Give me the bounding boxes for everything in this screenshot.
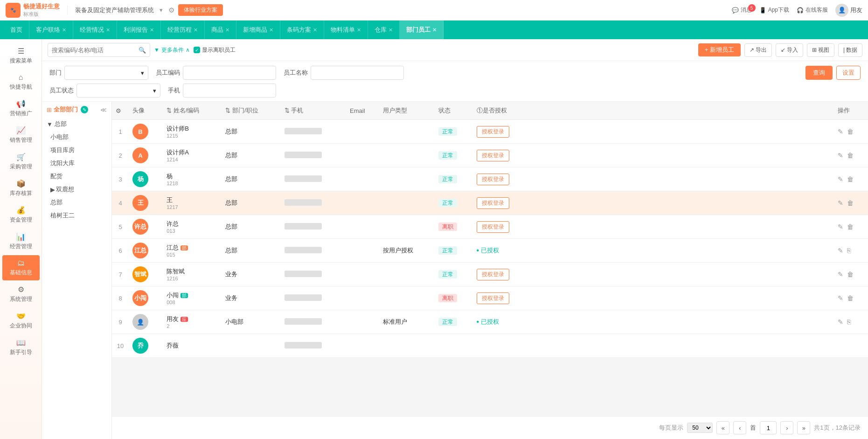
search-input-wrap[interactable]: 🔍 xyxy=(48,43,150,57)
tab-bom[interactable]: 物料清单 ✕ xyxy=(324,21,368,39)
nav-collab[interactable]: 🤝 企业协同 xyxy=(2,308,40,334)
close-icon[interactable]: ✕ xyxy=(106,27,110,33)
nav-basic-info[interactable]: 🗂 基础信息 xyxy=(2,255,40,280)
status-select[interactable]: ▾ xyxy=(76,84,160,98)
tab-customer[interactable]: 客户联络 ✕ xyxy=(29,21,73,39)
auth-btn[interactable]: 授权登录 xyxy=(477,174,509,185)
phone-input[interactable] xyxy=(183,84,276,98)
prev-page-btn[interactable]: ‹ xyxy=(733,421,746,434)
edit-icon[interactable]: ✎ xyxy=(838,247,843,254)
first-page-btn[interactable]: « xyxy=(716,421,729,434)
edit-icon[interactable]: ✎ xyxy=(838,223,843,230)
show-resigned-toggle[interactable]: ✓ 显示离职员工 xyxy=(194,46,236,54)
nav-quick-nav[interactable]: ⌂ 快捷导航 xyxy=(2,70,40,95)
tab-barcode[interactable]: 条码方案 ✕ xyxy=(280,21,324,39)
delete-icon[interactable]: 🗑 xyxy=(847,294,854,302)
delete-icon[interactable]: 🗑 xyxy=(847,128,854,135)
delete-icon[interactable]: 🗑 xyxy=(847,223,854,230)
nav-system[interactable]: ⚙ 系统管理 xyxy=(2,281,40,307)
close-icon[interactable]: ✕ xyxy=(357,27,361,33)
import-btn[interactable]: ↙ 导入 xyxy=(776,43,803,57)
edit-icon[interactable]: ✎ xyxy=(838,294,843,302)
experience-btn[interactable]: 体验行业方案 xyxy=(178,4,223,16)
tab-goods[interactable]: 商品 ✕ xyxy=(205,21,236,39)
dept-distribution[interactable]: 配货 xyxy=(42,170,111,183)
nav-finance[interactable]: 💰 资金管理 xyxy=(2,202,40,228)
edit-icon[interactable]: ✎ xyxy=(838,175,843,183)
dept-project[interactable]: 项目库房 xyxy=(42,144,111,157)
edit-icon[interactable]: ✎ xyxy=(838,271,843,278)
add-employee-btn[interactable]: + 新增员工 xyxy=(698,43,741,56)
close-icon[interactable]: ✕ xyxy=(269,27,273,33)
auth-btn[interactable]: 授权登录 xyxy=(477,197,509,209)
next-page-btn[interactable]: › xyxy=(780,421,793,434)
close-icon[interactable]: ✕ xyxy=(225,27,229,33)
nav-business[interactable]: 📊 经营管理 xyxy=(2,229,40,254)
dept-edit-icon[interactable]: ✎ xyxy=(81,106,88,113)
search-btn[interactable]: 查询 xyxy=(806,66,833,80)
search-input[interactable] xyxy=(52,47,139,54)
tab-add-goods[interactable]: 新增商品 ✕ xyxy=(236,21,280,39)
per-page-select[interactable]: 50 100 xyxy=(687,423,713,433)
nav-inventory[interactable]: 📦 库存核算 xyxy=(2,175,40,201)
copy-icon[interactable]: ⎘ xyxy=(847,247,851,254)
more-conditions-btn[interactable]: ▼ 更多条件 ∧ xyxy=(154,46,190,54)
nav-search-menu[interactable]: ☰ 搜索菜单 xyxy=(2,43,40,69)
col-phone[interactable]: ⇅ 手机 xyxy=(281,102,346,120)
col-settings[interactable]: ⚙ xyxy=(112,102,129,120)
auth-btn[interactable]: 授权登录 xyxy=(477,269,509,280)
col-name[interactable]: ⇅ 姓名/编码 xyxy=(163,102,222,120)
more-btn[interactable]: | 数据 xyxy=(838,43,862,57)
nav-sales[interactable]: 📈 销售管理 xyxy=(2,122,40,148)
close-icon[interactable]: ✕ xyxy=(432,27,437,33)
last-page-btn[interactable]: » xyxy=(797,421,810,434)
collapse-icon[interactable]: ≪ xyxy=(100,106,107,113)
auth-btn[interactable]: 授权登录 xyxy=(477,126,509,138)
message-action[interactable]: 💬 5 消息 xyxy=(732,6,752,14)
dept-total[interactable]: ▼ 总部 xyxy=(42,118,111,131)
search-icon[interactable]: 🔍 xyxy=(139,47,146,54)
edit-icon[interactable]: ✎ xyxy=(838,128,843,135)
delete-icon[interactable]: 🗑 xyxy=(847,175,854,183)
resigned-checkbox[interactable]: ✓ xyxy=(194,47,200,53)
auth-btn[interactable]: 授权登录 xyxy=(477,293,509,304)
dept-shenyang[interactable]: 沈阳大库 xyxy=(42,157,111,170)
nav-purchase[interactable]: 🛒 采购管理 xyxy=(2,149,40,174)
dept-xiaodian[interactable]: 小电部 xyxy=(42,131,111,144)
export-btn[interactable]: ↗ 导出 xyxy=(744,43,772,57)
auth-btn[interactable]: 授权登录 xyxy=(477,150,509,161)
tab-warehouse[interactable]: 仓库 ✕ xyxy=(368,21,400,39)
nav-marketing[interactable]: 📢 营销推广 xyxy=(2,96,40,121)
delete-icon[interactable]: 🗑 xyxy=(847,271,854,278)
tab-operation[interactable]: 经营情况 ✕ xyxy=(73,21,117,39)
tab-profit[interactable]: 利润报告 ✕ xyxy=(117,21,161,39)
copy-icon[interactable]: ⎘ xyxy=(847,318,851,326)
tab-dept-staff[interactable]: 部门员工 ✕ xyxy=(400,21,444,39)
close-icon[interactable]: ✕ xyxy=(150,27,154,33)
nav-guide[interactable]: 📖 新手引导 xyxy=(2,334,40,360)
dept-shuanglu[interactable]: ▶ 双鹿想 xyxy=(42,183,111,196)
edit-icon[interactable]: ✎ xyxy=(838,318,843,326)
page-number-input[interactable] xyxy=(760,421,777,434)
close-icon[interactable]: ✕ xyxy=(389,27,393,33)
view-btn[interactable]: ⊞ 视图 xyxy=(807,43,834,57)
tab-history[interactable]: 经营历程 ✕ xyxy=(161,21,205,39)
delete-icon[interactable]: 🗑 xyxy=(847,152,854,159)
close-icon[interactable]: ✕ xyxy=(194,27,198,33)
setting-btn[interactable]: 设置 xyxy=(836,66,861,80)
auth-btn[interactable]: 授权登录 xyxy=(477,221,509,233)
dept-select[interactable]: ▾ xyxy=(64,66,148,80)
user-area[interactable]: 👤 用友 xyxy=(835,4,862,17)
emp-name-input[interactable] xyxy=(311,66,404,80)
col-dept[interactable]: ⇅ 部门/职位 xyxy=(222,102,280,120)
dept-headquarter[interactable]: 总部 xyxy=(42,196,111,209)
edit-icon[interactable]: ✎ xyxy=(838,152,843,159)
close-icon[interactable]: ✕ xyxy=(313,27,317,33)
delete-icon[interactable]: 🗑 xyxy=(847,199,854,207)
settings-btn[interactable]: ⚙ xyxy=(168,6,174,14)
emp-code-input[interactable] xyxy=(183,66,276,80)
all-dept-label[interactable]: 全部部门 xyxy=(54,105,78,114)
dept-zhishu[interactable]: 植树王二 xyxy=(42,209,111,222)
edit-icon[interactable]: ✎ xyxy=(838,199,843,207)
app-download-action[interactable]: 📱 App下载 xyxy=(759,6,789,14)
